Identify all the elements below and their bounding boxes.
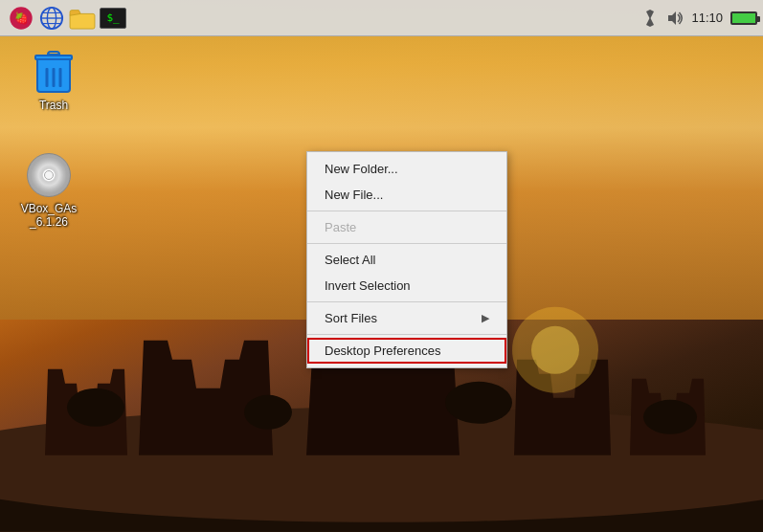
globe-icon — [39, 6, 64, 31]
volume-icon — [666, 10, 684, 27]
raspberry-pi-icon: 🍓 — [9, 6, 34, 31]
svg-rect-22 — [70, 13, 95, 29]
menu-divider-2 — [307, 243, 506, 244]
svg-marker-24 — [646, 17, 654, 27]
submenu-arrow: ▶ — [482, 312, 489, 324]
menu-invert-selection[interactable]: Invert Selection — [307, 273, 506, 299]
menu-new-file[interactable]: New File... — [307, 182, 506, 208]
desktop: 🍓 $_ — [0, 0, 763, 532]
vbox-label: VBox_GAs_6.1.26 — [18, 202, 79, 230]
cd-disc — [27, 153, 71, 197]
svg-marker-25 — [668, 11, 676, 25]
trash-body — [36, 58, 71, 93]
menu-sort-files[interactable]: Sort Files ▶ — [307, 305, 506, 331]
folder-icon — [69, 7, 96, 30]
context-menu: New Folder... New File... Paste Select A… — [306, 151, 507, 368]
trash-icon[interactable]: Trash — [19, 45, 88, 116]
svg-point-10 — [244, 395, 292, 430]
menu-new-folder[interactable]: New Folder... — [307, 156, 506, 182]
battery-icon — [730, 11, 757, 25]
menu-desktop-preferences[interactable]: Desktop Preferences — [307, 338, 506, 364]
taskbar: 🍓 $_ — [0, 0, 763, 36]
network-icon — [641, 10, 659, 27]
clock: 11:10 — [691, 11, 723, 25]
svg-text:🍓: 🍓 — [14, 11, 29, 24]
svg-point-9 — [67, 388, 124, 427]
vbox-icon[interactable]: VBox_GAs_6.1.26 — [14, 148, 83, 233]
trash-label: Trash — [23, 99, 84, 112]
menu-paste: Paste — [307, 214, 506, 240]
svg-point-11 — [445, 382, 512, 424]
terminal-icon: $_ — [100, 8, 126, 29]
menu-divider-1 — [307, 211, 506, 211]
web-browser-button[interactable] — [38, 5, 65, 32]
svg-marker-5 — [139, 341, 273, 455]
file-manager-button[interactable] — [69, 5, 96, 32]
raspberry-pi-button[interactable]: 🍓 — [8, 5, 34, 32]
svg-point-12 — [643, 400, 697, 434]
system-tray: 11:10 — [641, 10, 757, 27]
svg-point-14 — [531, 326, 579, 374]
cd-hole — [44, 170, 54, 180]
menu-divider-3 — [307, 301, 506, 302]
menu-divider-4 — [307, 334, 506, 335]
terminal-button[interactable]: $_ — [100, 5, 126, 32]
menu-select-all[interactable]: Select All — [307, 247, 506, 273]
